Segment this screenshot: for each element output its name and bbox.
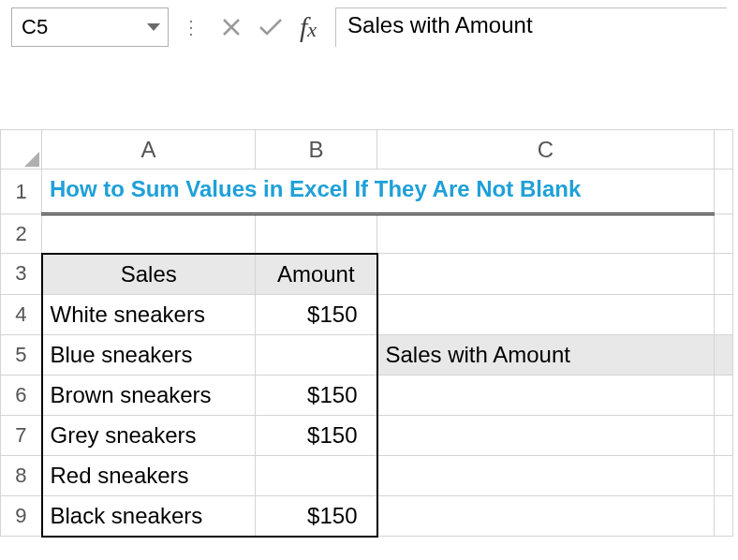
name-box[interactable]: C5 bbox=[11, 7, 169, 47]
cell-A3[interactable]: Sales bbox=[42, 254, 256, 295]
cell-B7[interactable]: $150 bbox=[256, 415, 377, 455]
cell-C3[interactable] bbox=[377, 254, 715, 295]
dropdown-icon[interactable] bbox=[147, 23, 160, 31]
cell-A5[interactable]: Blue sneakers bbox=[42, 334, 256, 375]
cell-B2[interactable] bbox=[256, 214, 377, 254]
confirm-button[interactable] bbox=[255, 11, 287, 43]
formula-input-value: Sales with Amount bbox=[347, 12, 532, 37]
cell-D4[interactable] bbox=[715, 294, 733, 334]
cell-B8[interactable] bbox=[256, 455, 377, 495]
cell-A1[interactable]: How to Sum Values in Excel If They Are N… bbox=[42, 169, 715, 214]
col-header-A[interactable]: A bbox=[42, 130, 256, 169]
row-header-1[interactable]: 1 bbox=[1, 169, 42, 214]
cell-C6[interactable] bbox=[377, 375, 715, 415]
formula-input[interactable]: Sales with Amount bbox=[335, 7, 727, 47]
check-icon bbox=[258, 16, 284, 38]
row-4: 4 White sneakers $150 bbox=[1, 294, 733, 334]
cell-D3[interactable] bbox=[715, 254, 733, 295]
row-8: 8 Red sneakers bbox=[1, 455, 733, 495]
cell-C7[interactable] bbox=[377, 415, 715, 455]
cell-D2[interactable] bbox=[715, 214, 733, 254]
divider-icon: ⋮ bbox=[176, 16, 208, 38]
row-header-3[interactable]: 3 bbox=[1, 254, 42, 295]
cell-A9[interactable]: Black sneakers bbox=[42, 495, 256, 537]
row-9: 9 Black sneakers $150 bbox=[1, 495, 733, 537]
cell-D7[interactable] bbox=[715, 415, 733, 455]
col-header-D[interactable] bbox=[715, 130, 733, 169]
cancel-button[interactable] bbox=[215, 11, 247, 43]
cell-D6[interactable] bbox=[715, 375, 733, 415]
c5-text: Sales with Amount bbox=[378, 335, 715, 375]
cell-B3[interactable]: Amount bbox=[256, 254, 377, 295]
row-2: 2 bbox=[1, 214, 733, 254]
cell-A4[interactable]: White sneakers bbox=[42, 294, 256, 334]
cell-A6[interactable]: Brown sneakers bbox=[42, 375, 256, 415]
x-icon bbox=[220, 16, 243, 38]
row-header-4[interactable]: 4 bbox=[1, 294, 42, 334]
cell-A7[interactable]: Grey sneakers bbox=[42, 415, 256, 455]
col-header-B[interactable]: B bbox=[256, 130, 377, 169]
formula-bar: C5 ⋮ fx Sales with Amount bbox=[0, 0, 738, 54]
row-1: 1 How to Sum Values in Excel If They Are… bbox=[1, 169, 733, 214]
name-box-value: C5 bbox=[22, 15, 48, 39]
cell-B6[interactable]: $150 bbox=[256, 375, 377, 415]
row-header-8[interactable]: 8 bbox=[1, 455, 42, 495]
cell-A8[interactable]: Red sneakers bbox=[42, 455, 256, 495]
column-headers: A B C bbox=[1, 130, 733, 169]
cell-D5[interactable] bbox=[715, 334, 733, 375]
sheet: A B C 1 How to Sum Values in Excel If Th… bbox=[0, 129, 738, 538]
fx-button[interactable]: fx bbox=[294, 11, 322, 43]
header-amount: Amount bbox=[256, 255, 376, 294]
cell-A2[interactable] bbox=[42, 214, 256, 254]
row-5: 5 Blue sneakers Sales with Amount bbox=[1, 334, 733, 375]
cell-C2[interactable] bbox=[377, 214, 715, 254]
row-3: 3 Sales Amount bbox=[1, 254, 733, 295]
cell-D9[interactable] bbox=[715, 495, 733, 537]
cell-B5[interactable] bbox=[256, 334, 377, 375]
select-all-corner[interactable] bbox=[1, 130, 42, 169]
col-header-C[interactable]: C bbox=[377, 130, 715, 169]
row-header-2[interactable]: 2 bbox=[1, 214, 42, 254]
cell-D8[interactable] bbox=[715, 455, 733, 495]
cell-C5[interactable]: Sales with Amount bbox=[377, 334, 715, 375]
triangle-icon bbox=[24, 152, 39, 167]
cell-C9[interactable] bbox=[377, 495, 715, 537]
header-sales: Sales bbox=[43, 255, 256, 294]
row-header-9[interactable]: 9 bbox=[1, 495, 42, 537]
row-header-5[interactable]: 5 bbox=[1, 334, 42, 375]
cell-C8[interactable] bbox=[377, 455, 715, 495]
cell-B4[interactable]: $150 bbox=[256, 294, 377, 334]
row-7: 7 Grey sneakers $150 bbox=[1, 415, 733, 455]
row-header-6[interactable]: 6 bbox=[1, 375, 42, 415]
cell-D1[interactable] bbox=[715, 169, 733, 214]
row-header-7[interactable]: 7 bbox=[1, 415, 42, 455]
cell-C4[interactable] bbox=[377, 294, 715, 334]
title-text: How to Sum Values in Excel If They Are N… bbox=[42, 169, 714, 213]
cell-B9[interactable]: $150 bbox=[256, 495, 377, 537]
row-6: 6 Brown sneakers $150 bbox=[1, 375, 733, 415]
